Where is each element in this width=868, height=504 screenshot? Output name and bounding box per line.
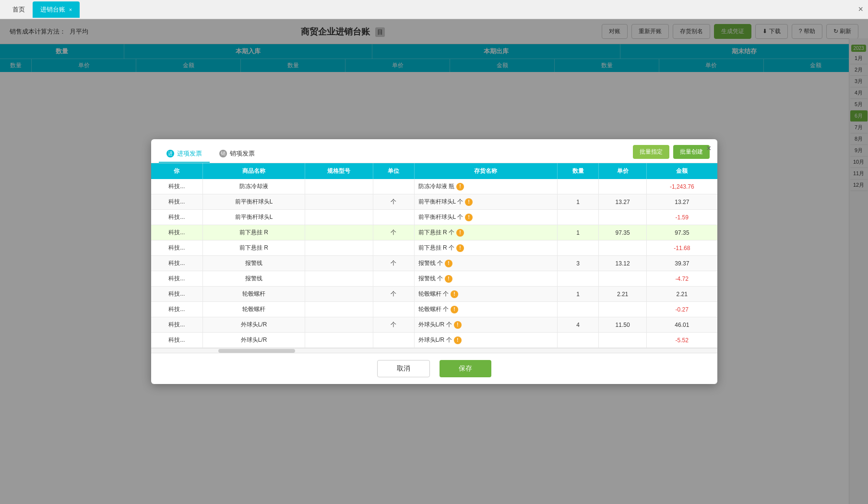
cell-amount: 39.37 — [647, 256, 717, 271]
cell-qty: 1 — [558, 194, 599, 210]
cell-spec — [305, 271, 373, 287]
cell-company: 科技... — [151, 302, 203, 317]
dialog-header: 进 进项发票 销 销项发票 批量指定 批量创建 × — [151, 139, 717, 163]
cell-inventory: 防冻冷却液 瓶! — [414, 179, 558, 194]
col-header-company: 你 — [151, 163, 203, 179]
cell-amount: -4.72 — [647, 271, 717, 287]
cell-qty — [558, 240, 599, 256]
cell-company: 科技... — [151, 194, 203, 210]
cell-unit: 个 — [373, 225, 414, 240]
tab-home[interactable]: 首页 — [5, 1, 33, 18]
col-header-inventory: 存货名称 — [414, 163, 558, 179]
cell-product: 外球头L/R — [203, 317, 305, 333]
cell-qty — [558, 302, 599, 317]
col-header-unit-price: 单价 — [599, 163, 647, 179]
tab-ledger[interactable]: 进销台账 × — [33, 1, 80, 18]
cell-qty — [558, 333, 599, 348]
tab-inbound-invoice[interactable]: 进 进项发票 — [159, 145, 210, 163]
cell-unit-price: 13.12 — [599, 256, 647, 271]
cell-product: 前下悬挂 R — [203, 225, 305, 240]
cell-unit — [373, 210, 414, 225]
cell-inventory: 前平衡杆球头L 个! — [414, 210, 558, 225]
cell-unit — [373, 302, 414, 317]
outbound-invoice-icon: 销 — [219, 150, 227, 157]
warning-icon: ! — [456, 229, 464, 237]
cell-company: 科技... — [151, 271, 203, 287]
cell-spec — [305, 210, 373, 225]
cell-unit — [373, 333, 414, 348]
col-header-spec: 规格型号 — [305, 163, 373, 179]
tab-bar: 首页 进销台账 × × — [0, 0, 868, 19]
warning-icon: ! — [465, 198, 473, 206]
cell-unit-price: 13.27 — [599, 194, 647, 210]
table-row: 科技...轮毂螺杆个轮毂螺杆 个!12.212.21 — [151, 287, 717, 302]
cell-unit-price — [599, 179, 647, 194]
cell-inventory: 报警线 个! — [414, 256, 558, 271]
col-header-qty: 数量 — [558, 163, 599, 179]
window-close-icon[interactable]: × — [858, 4, 863, 14]
cell-spec — [305, 333, 373, 348]
cell-amount: -1.59 — [647, 210, 717, 225]
cell-qty: 1 — [558, 287, 599, 302]
cell-spec — [305, 317, 373, 333]
cell-amount: 97.35 — [647, 225, 717, 240]
cell-unit-price — [599, 210, 647, 225]
cell-company: 科技... — [151, 287, 203, 302]
tab-outbound-invoice[interactable]: 销 销项发票 — [212, 145, 262, 163]
cell-product: 前平衡杆球头L — [203, 194, 305, 210]
cell-unit: 个 — [373, 194, 414, 210]
main-area: 销售成本计算方法： 月平均 商贸企业进销台账 目 对账 重新开账 存货别名 生成… — [0, 19, 868, 504]
cell-company: 科技... — [151, 317, 203, 333]
cell-spec — [305, 179, 373, 194]
warning-icon: ! — [445, 260, 452, 267]
cell-company: 科技... — [151, 210, 203, 225]
scrollbar-thumb[interactable] — [218, 349, 295, 353]
cell-inventory: 前下悬挂 R 个! — [414, 225, 558, 240]
warning-icon: ! — [454, 321, 462, 329]
cell-unit: 个 — [373, 287, 414, 302]
warning-icon: ! — [456, 244, 464, 252]
save-button[interactable]: 保存 — [440, 360, 491, 377]
cell-product: 前下悬挂 R — [203, 240, 305, 256]
cell-company: 科技... — [151, 225, 203, 240]
dialog-table: 你 商品名称 规格型号 单位 存货名称 数量 单价 金额 科技...防冻冷却液防… — [151, 163, 717, 348]
batch-assign-button[interactable]: 批量指定 — [633, 145, 669, 159]
cell-spec — [305, 256, 373, 271]
cell-unit-price — [599, 302, 647, 317]
warning-icon: ! — [454, 336, 462, 344]
warning-icon: ! — [451, 306, 458, 313]
cell-amount: -5.52 — [647, 333, 717, 348]
cell-qty — [558, 271, 599, 287]
cell-company: 科技... — [151, 256, 203, 271]
warning-icon: ! — [451, 290, 458, 298]
cell-product: 前平衡杆球头L — [203, 210, 305, 225]
cell-company: 科技... — [151, 240, 203, 256]
batch-create-button[interactable]: 批量创建 — [673, 145, 710, 159]
invoice-table: 你 商品名称 规格型号 单位 存货名称 数量 单价 金额 科技...防冻冷却液防… — [151, 163, 717, 348]
cell-product: 轮毂螺杆 — [203, 287, 305, 302]
cell-inventory: 报警线 个! — [414, 271, 558, 287]
cell-spec — [305, 225, 373, 240]
dialog-header-actions: 批量指定 批量创建 — [633, 145, 710, 163]
cell-unit-price — [599, 240, 647, 256]
dialog-close-icon[interactable]: × — [706, 144, 712, 153]
cell-spec — [305, 302, 373, 317]
table-row: 科技...报警线个报警线 个!313.1239.37 — [151, 256, 717, 271]
cell-inventory: 外球头L/R 个! — [414, 333, 558, 348]
cell-unit-price: 97.35 — [599, 225, 647, 240]
cell-spec — [305, 194, 373, 210]
col-header-product: 商品名称 — [203, 163, 305, 179]
cell-qty: 3 — [558, 256, 599, 271]
table-row: 科技...前下悬挂 R前下悬挂 R 个!-11.68 — [151, 240, 717, 256]
cell-unit-price: 2.21 — [599, 287, 647, 302]
cell-unit — [373, 240, 414, 256]
tab-close-icon[interactable]: × — [69, 7, 72, 12]
cancel-button[interactable]: 取消 — [377, 360, 430, 377]
table-row: 科技...前下悬挂 R个前下悬挂 R 个!197.3597.35 — [151, 225, 717, 240]
cell-amount: 13.27 — [647, 194, 717, 210]
cell-inventory: 轮毂螺杆 个! — [414, 302, 558, 317]
cell-spec — [305, 287, 373, 302]
cell-inventory: 前平衡杆球头L 个! — [414, 194, 558, 210]
cell-amount: 2.21 — [647, 287, 717, 302]
horizontal-scrollbar[interactable] — [151, 348, 717, 353]
